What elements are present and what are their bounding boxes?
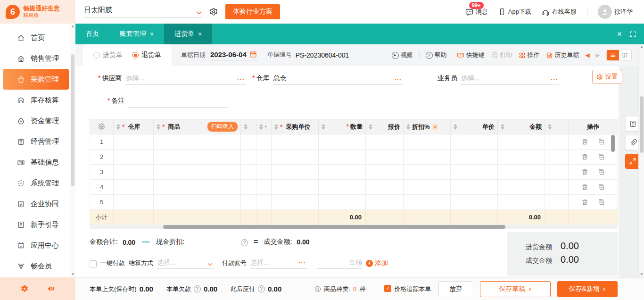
narrow-column-header[interactable]: · [256, 119, 272, 134]
sidebar-item-apps[interactable]: 应用中心 [3, 235, 69, 256]
table-cell[interactable] [319, 195, 366, 210]
scroll-down-icon[interactable]: ▼ [70, 272, 75, 277]
salesman-input[interactable]: 选择... ··· [461, 72, 559, 85]
supplier-input[interactable]: 选择... ··· [125, 72, 246, 85]
table-cell[interactable] [114, 134, 154, 150]
help-icon[interactable]: ? [258, 285, 265, 292]
table-cell[interactable] [545, 150, 569, 165]
add-payment-button[interactable]: + 添加 [366, 259, 388, 269]
insert-row-icon[interactable] [598, 153, 605, 160]
sort-icon[interactable] [454, 124, 457, 130]
table-cell[interactable] [241, 150, 256, 165]
scrollbar-thumb[interactable] [611, 135, 615, 152]
table-cell[interactable] [366, 134, 404, 150]
video-help-link[interactable]: ▶ 视频 [392, 51, 413, 59]
table-cell[interactable] [154, 165, 241, 180]
pay-amount-input[interactable]: 金额 [317, 257, 362, 269]
warehouse-column-header[interactable]: *仓库 [114, 119, 154, 134]
amount-column-header[interactable]: 金额 [498, 119, 545, 134]
online-service-item[interactable]: 在线客服 [542, 8, 577, 16]
scroll-up-icon[interactable]: ▲ [639, 44, 644, 50]
cash-discount-input[interactable] [189, 236, 236, 246]
table-cell[interactable] [404, 195, 451, 210]
sort-icon[interactable] [244, 124, 248, 130]
tab-account-mgmt[interactable]: 账套管理 × [109, 24, 164, 44]
list-view-button[interactable] [607, 50, 619, 60]
table-cell[interactable] [498, 150, 545, 165]
quote-column-header[interactable]: 报价 [366, 119, 404, 134]
table-cell[interactable] [241, 165, 256, 180]
discount-column-header[interactable]: 折扣% [404, 119, 451, 134]
table-cell[interactable] [114, 180, 154, 195]
main-scrollbar[interactable]: ▲ ▼ [638, 44, 644, 277]
price-track-toggle[interactable]: ✓ 价格追踪本单 [384, 285, 431, 293]
table-cell[interactable] [404, 134, 451, 150]
table-cell[interactable] [498, 195, 545, 210]
scroll-down-icon[interactable]: ▼ [639, 272, 644, 277]
shortcut-keys-button[interactable]: 快捷键 [457, 51, 485, 59]
history-docs-button[interactable]: 历史单据 [546, 51, 579, 59]
sidebar-item-home[interactable]: 首页 [3, 27, 69, 48]
column-settings-header[interactable] [90, 119, 114, 134]
table-cell[interactable] [366, 165, 404, 180]
sort-icon[interactable] [322, 124, 325, 130]
table-cell[interactable] [114, 150, 154, 165]
salesman-picker-icon[interactable]: ··· [551, 75, 558, 83]
table-cell[interactable] [319, 134, 366, 150]
table-cell[interactable] [451, 134, 498, 150]
delete-row-icon[interactable] [581, 153, 588, 160]
table-cell[interactable] [272, 180, 319, 195]
table-cell[interactable] [319, 180, 366, 195]
table-cell[interactable] [272, 195, 319, 210]
close-all-icon[interactable]: × [617, 29, 622, 39]
scrollbar-thumb[interactable] [163, 225, 505, 229]
app-download-item[interactable]: App下载 [498, 8, 531, 16]
tab-purchase-order[interactable]: 进货单 × [164, 24, 212, 44]
scrollbar-thumb[interactable] [71, 54, 74, 186]
table-cell[interactable] [272, 150, 319, 165]
tab-close-icon[interactable]: × [150, 31, 154, 37]
product-column-header[interactable]: *商品扫码录入 [154, 119, 241, 134]
sidebar-settings-icon[interactable] [20, 284, 29, 293]
pay-account-select[interactable]: 选择... ··· [250, 257, 307, 269]
delete-row-icon[interactable] [581, 138, 588, 145]
table-cell[interactable] [498, 165, 545, 180]
sort-icon[interactable] [369, 124, 372, 130]
table-cell[interactable] [366, 195, 404, 210]
calendar-icon[interactable] [249, 50, 257, 58]
table-scrollbar[interactable] [611, 135, 615, 196]
account-picker-icon[interactable]: ··· [298, 258, 306, 266]
narrow-column-header[interactable] [241, 119, 256, 134]
price-column-header[interactable]: 单价 [451, 119, 498, 134]
user-menu[interactable]: 徐泽华 [598, 5, 633, 19]
sidebar-item-funds[interactable]: 资金管理 [3, 110, 69, 131]
radio-purchase-in[interactable]: 进货单 [93, 51, 123, 59]
table-cell[interactable] [498, 134, 545, 150]
table-cell[interactable] [451, 180, 498, 195]
warehouse-picker-icon[interactable]: ··· [394, 75, 402, 83]
sort-icon[interactable] [274, 124, 278, 130]
table-cell[interactable] [451, 165, 498, 180]
sort-icon[interactable] [548, 124, 552, 130]
delete-row-icon[interactable] [581, 168, 588, 175]
table-cell[interactable] [498, 180, 545, 195]
sort-icon[interactable] [116, 124, 120, 130]
table-cell[interactable] [319, 150, 366, 165]
table-cell[interactable] [404, 180, 451, 195]
next-doc-icon[interactable]: ▶ [596, 52, 600, 58]
supplier-picker-icon[interactable]: ··· [237, 75, 245, 83]
table-cell[interactable] [256, 165, 272, 180]
table-cell[interactable] [366, 150, 404, 165]
one-click-pay-checkbox[interactable] [90, 260, 97, 267]
delete-row-icon[interactable] [581, 183, 588, 191]
table-cell[interactable] [241, 195, 256, 210]
table-cell[interactable] [154, 150, 241, 165]
table-cell[interactable] [256, 150, 272, 165]
sort-icon[interactable] [501, 124, 504, 130]
table-cell[interactable] [404, 165, 451, 180]
insert-row-icon[interactable] [598, 168, 605, 175]
sidebar-item-base-info[interactable]: 基础信息 [3, 152, 69, 173]
table-cell[interactable] [114, 195, 154, 210]
save-draft-button[interactable]: 保存草稿∧ [480, 281, 551, 297]
table-cell[interactable] [451, 195, 498, 210]
